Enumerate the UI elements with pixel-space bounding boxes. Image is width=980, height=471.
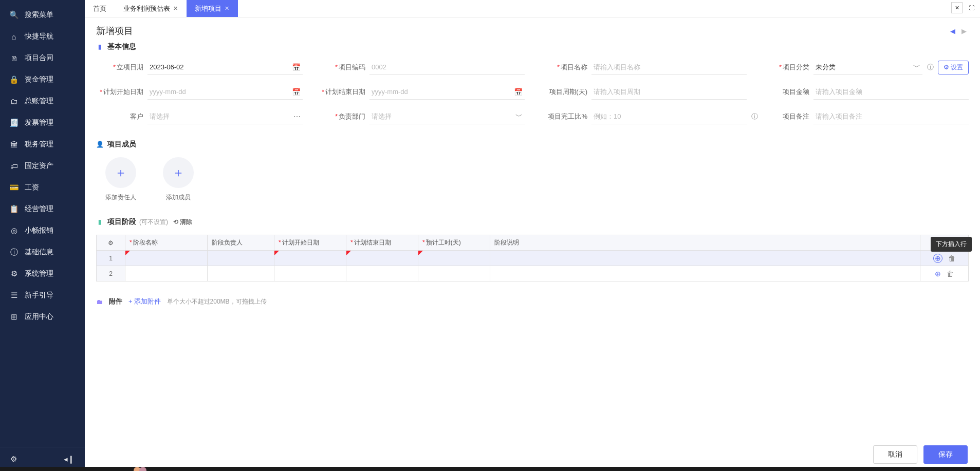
sidebar-item-quick-nav[interactable]: ⌂ 快捷导航 xyxy=(0,26,85,47)
add-member-button[interactable]: ＋ 添加成员 xyxy=(163,157,194,202)
tabbar-close-icon[interactable]: ✕ xyxy=(951,2,963,13)
sidebar-item-sys-mgmt[interactable]: ⚙ 系统管理 xyxy=(0,263,85,285)
cls-input[interactable] xyxy=(813,60,922,75)
cal-icon[interactable]: 📅 xyxy=(292,63,301,71)
sidebar-item-reimburse[interactable]: ◎ 小畅报销 xyxy=(0,220,85,241)
complete-input[interactable] xyxy=(591,109,747,124)
add-owner-button[interactable]: ＋ 添加责任人 xyxy=(105,157,136,202)
delete-row-icon[interactable]: 🗑 xyxy=(947,270,954,278)
cell-phase-name[interactable] xyxy=(125,266,208,281)
remark-input[interactable] xyxy=(813,109,969,124)
more-icon[interactable]: ⋯ xyxy=(293,112,301,121)
cancel-button[interactable]: 取消 xyxy=(873,445,917,464)
cell-phase-owner[interactable] xyxy=(208,251,274,266)
gear-column-icon[interactable]: ⚙ xyxy=(97,235,125,251)
help-icon[interactable]: ⓘ xyxy=(927,63,934,72)
insert-row-icon[interactable]: ⊕ xyxy=(935,270,941,278)
col-phase-end: *计划结束日期 xyxy=(346,235,418,251)
date-input[interactable] xyxy=(147,60,303,75)
next-nav-icon[interactable]: ▶ xyxy=(961,27,967,35)
tab-close-icon[interactable]: ✕ xyxy=(225,5,229,12)
amount-input[interactable] xyxy=(813,84,969,100)
date-label: *立项日期 xyxy=(96,63,147,72)
cell-phase-hours[interactable] xyxy=(418,266,490,281)
sidebar-item-invoice-mgmt[interactable]: 🧾 发票管理 xyxy=(0,112,85,134)
name-label: *项目名称 xyxy=(540,63,591,72)
save-button[interactable]: 保存 xyxy=(923,445,968,464)
end-input[interactable] xyxy=(369,84,525,100)
sidebar-item-fixed-asset[interactable]: 🏷 固定资产 xyxy=(0,155,85,177)
sidebar-item-app-center[interactable]: ⊞ 应用中心 xyxy=(0,306,85,328)
plus-icon: ＋ xyxy=(163,157,194,188)
ledger-mgmt-icon: 🗂 xyxy=(9,97,19,106)
sidebar-item-label: 总账管理 xyxy=(25,97,53,106)
tab-close-icon[interactable]: ✕ xyxy=(173,5,178,12)
start-input[interactable] xyxy=(147,84,303,100)
period-input[interactable] xyxy=(591,84,747,100)
phase-row[interactable]: 2 ⊕ 🗑 xyxy=(97,266,969,281)
prev-nav-icon[interactable]: ◀ xyxy=(950,27,955,35)
dept-input[interactable] xyxy=(369,109,525,124)
sidebar-item-project-contract[interactable]: 🗎 项目合同 xyxy=(0,47,85,69)
chev-icon[interactable]: ﹀ xyxy=(913,63,920,72)
cal-icon[interactable]: 📅 xyxy=(514,88,523,96)
category-settings-button[interactable]: 设置 xyxy=(938,61,969,74)
sidebar-item-tax-mgmt[interactable]: 🏛 税务管理 xyxy=(0,134,85,155)
add-attachment-button[interactable]: 添加附件 xyxy=(128,297,161,306)
sidebar-item-ledger-mgmt[interactable]: 🗂 总账管理 xyxy=(0,90,85,112)
insert-row-icon[interactable]: ⊕ xyxy=(933,254,942,263)
sidebar-item-fund-mgmt[interactable]: 🔒 资金管理 xyxy=(0,69,85,90)
fund-mgmt-icon: 🔒 xyxy=(9,75,19,84)
settings-icon[interactable]: ⚙ xyxy=(10,455,17,464)
cell-phase-start[interactable] xyxy=(274,251,346,266)
sidebar: 🔍 搜索菜单⌂ 快捷导航🗎 项目合同🔒 资金管理🗂 总账管理🧾 发票管理🏛 税务… xyxy=(0,0,85,471)
delete-row-icon[interactable]: 🗑 xyxy=(948,254,955,262)
cal-icon[interactable]: 📅 xyxy=(292,88,301,96)
sidebar-item-label: 新手引导 xyxy=(25,291,53,300)
col-phase-desc: 阶段说明 xyxy=(490,235,920,251)
cell-phase-start[interactable] xyxy=(274,266,346,281)
phase-table: ⚙ *阶段名称 阶段负责人 *计划开始日期 *计划结束日期 *预计工时(天) 阶… xyxy=(96,235,969,281)
cell-phase-hours[interactable] xyxy=(418,251,490,266)
sidebar-item-label: 固定资产 xyxy=(25,161,53,171)
sidebar-item-label: 资金管理 xyxy=(25,75,53,84)
cell-phase-end[interactable] xyxy=(346,266,418,281)
period-label: 项目周期(天) xyxy=(540,87,591,97)
salary-icon: 💳 xyxy=(9,183,19,192)
sidebar-item-salary[interactable]: 💳 工资 xyxy=(0,177,85,198)
name-input[interactable] xyxy=(591,60,747,75)
sidebar-item-guide[interactable]: ☰ 新手引导 xyxy=(0,285,85,306)
tab-1[interactable]: 业务利润预估表✕ xyxy=(115,0,187,17)
help-icon[interactable]: ⓘ xyxy=(751,112,758,121)
sidebar-item-basic-info[interactable]: ⓘ 基础信息 xyxy=(0,241,85,263)
code-label: *项目编码 xyxy=(318,63,369,72)
cell-phase-name[interactable] xyxy=(125,251,208,266)
phase-row[interactable]: 1 ⊕ 🗑 xyxy=(97,251,969,266)
tabbar-expand-icon[interactable]: ⛶ xyxy=(966,2,977,13)
sidebar-item-search-menu[interactable]: 🔍 搜索菜单 xyxy=(0,4,85,26)
section-attach-title: 附件 xyxy=(109,297,122,306)
row-ops: ⊕ 🗑 xyxy=(920,251,969,266)
code-input[interactable] xyxy=(369,60,525,75)
tab-0[interactable]: 首页 xyxy=(85,0,115,17)
section-basic-title: 基本信息 xyxy=(107,42,136,51)
collapse-icon[interactable]: ◂❙ xyxy=(64,455,75,464)
chev-icon[interactable]: ﹀ xyxy=(515,112,523,121)
sidebar-item-biz-mgmt[interactable]: 📋 经营管理 xyxy=(0,198,85,220)
cell-phase-end[interactable] xyxy=(346,251,418,266)
complete-label: 项目完工比% xyxy=(540,112,591,121)
tab-2[interactable]: 新增项目✕ xyxy=(187,0,238,17)
sidebar-item-label: 税务管理 xyxy=(25,140,53,149)
phase-clear-button[interactable]: 清除 xyxy=(173,218,192,227)
field-start: *计划开始日期 📅 xyxy=(96,84,303,100)
basic-info-icon: ⓘ xyxy=(9,248,19,257)
start-label: *计划开始日期 xyxy=(96,87,147,97)
field-end: *计划结束日期 📅 xyxy=(318,84,525,100)
cell-phase-desc[interactable] xyxy=(490,251,920,266)
sidebar-item-label: 项目合同 xyxy=(25,53,53,63)
section-basic: ▮ 基本信息 *立项日期 📅 *项目编码 *项目名称 *项目分类 ﹀ⓘ设置 *计… xyxy=(96,42,969,124)
cell-phase-owner[interactable] xyxy=(208,266,274,281)
cell-phase-desc[interactable] xyxy=(490,266,920,281)
plus-icon: ＋ xyxy=(105,157,136,188)
customer-input[interactable] xyxy=(147,109,303,124)
